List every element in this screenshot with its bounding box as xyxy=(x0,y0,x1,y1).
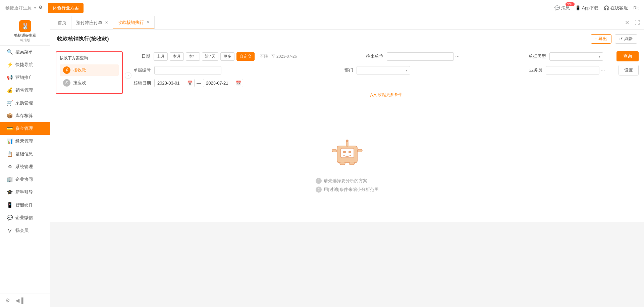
settings-button[interactable]: 设置 xyxy=(619,65,639,75)
logo-sub: 标准版 xyxy=(20,38,30,43)
settings-bottom-icon[interactable]: ⚙ xyxy=(5,297,10,304)
sidebar-item-marketing[interactable]: 📢 营销推广 xyxy=(0,71,50,84)
filter-form: 日期 上月 本月 本年 近7天 更多 自定义 不限 xyxy=(133,51,639,100)
sidebar-item-label: 智能硬件 xyxy=(15,202,33,208)
date-btn-thismonth[interactable]: 本月 xyxy=(170,52,184,61)
sidebar-logo: 🐰 畅捷通好生意 标准版 xyxy=(0,16,50,46)
salesman-more-icon[interactable]: ··· xyxy=(601,67,605,73)
tab-prepay[interactable]: 预付冲应付单 ✕ xyxy=(71,16,113,29)
svg-rect-4 xyxy=(346,142,348,146)
top-header: 畅捷通好生意 ▾ ⚙ 体验行业方案 💬 消息 99+ 📱 App下载 🎧 在线客… xyxy=(0,0,644,16)
sidebar-item-hardware[interactable]: 📱 智能硬件 xyxy=(0,199,50,211)
search-icon: 🔍 xyxy=(7,49,13,55)
filter-row-2: 单据编号 部门 ▾ 业务员 xyxy=(133,65,639,75)
message-icon: 💬 xyxy=(554,5,560,10)
date-btn-7days[interactable]: 近7天 xyxy=(202,52,218,61)
svg-rect-7 xyxy=(358,149,362,152)
main-layout: 🐰 畅捷通好生意 标准版 🔍 搜索菜单 ⚡ 快捷导航 📢 营销推广 💰 销售管理… xyxy=(0,16,644,307)
receipt-option-icon: ¥ xyxy=(63,66,70,74)
sidebar-item-operations[interactable]: 📊 经营管理 xyxy=(0,135,50,148)
user-name[interactable]: Rit xyxy=(633,5,639,10)
page-title-bar: 收款核销执行(按收款) ↑ 导出 ↺ 刷新 xyxy=(50,30,644,47)
empty-tips: 1 请先选择要分析的方案 2 用[过滤]条件来缩小分析范围 xyxy=(316,178,378,195)
sidebar-item-quicknav[interactable]: ⚡ 快捷导航 xyxy=(0,58,50,71)
refresh-icon: ↺ xyxy=(619,37,623,42)
sidebar-item-inventory[interactable]: 📦 库存核算 xyxy=(0,109,50,122)
filter-option-by-receivable[interactable]: ⏱ 按应收 xyxy=(60,77,119,89)
sidebar-item-label: 新手引导 xyxy=(15,189,33,195)
tab-home[interactable]: 首页 xyxy=(53,16,71,29)
sidebar-item-collab[interactable]: 🏢 企业协同 xyxy=(0,173,50,186)
empty-icon xyxy=(327,131,367,171)
dept-field-wrap: ▾ xyxy=(357,66,410,74)
collapse-up-icon: ⋀⋀ xyxy=(370,93,377,97)
sidebar-item-system[interactable]: ⚙ 系统管理 xyxy=(0,160,50,173)
writeoff-end-input[interactable] xyxy=(203,79,243,87)
tab-writeoff[interactable]: 收款核销执行 ✕ xyxy=(113,16,155,29)
member-icon: V xyxy=(7,228,13,234)
receipt-option-label: 按收款 xyxy=(73,67,86,73)
dept-select[interactable] xyxy=(357,66,410,74)
close-all-tabs-icon[interactable]: ✕ xyxy=(624,18,631,27)
page-content: 收款核销执行(按收款) ↑ 导出 ↺ 刷新 xyxy=(50,30,644,307)
refresh-button[interactable]: ↺ 刷新 xyxy=(615,34,637,44)
sidebar-item-label: 营销推广 xyxy=(15,74,33,81)
date-btn-custom[interactable]: 自定义 xyxy=(236,52,255,61)
content-area: 首页 预付冲应付单 ✕ 收款核销执行 ✕ ✕ ⛶ 收款核销执行(按收款) xyxy=(50,16,644,307)
brand-dropdown-icon[interactable]: ▾ xyxy=(34,6,36,10)
salesman-input[interactable] xyxy=(546,66,599,74)
sidebar-item-finance[interactable]: 💳 资金管理 xyxy=(0,122,50,135)
partner-more-icon[interactable]: ··· xyxy=(455,53,460,59)
filter-option-by-receipt[interactable]: ¥ 按收款 xyxy=(60,64,119,76)
filter-scheme-title: 按以下方案查询 xyxy=(60,55,119,61)
logo-text: 畅捷通好生意 xyxy=(14,33,36,38)
doc-type-select[interactable] xyxy=(549,52,603,61)
collapse-more-button[interactable]: ⋀⋀ 收起更多条件 xyxy=(133,90,639,100)
sidebar-item-search[interactable]: 🔍 搜索菜单 xyxy=(0,46,50,58)
sidebar-item-label: 经营管理 xyxy=(15,138,33,144)
sidebar-item-purchase[interactable]: 🛒 采购管理 xyxy=(0,97,50,109)
date-btn-lastmonth[interactable]: 上月 xyxy=(154,52,168,61)
app-icon: 📱 xyxy=(575,5,581,10)
sidebar-item-basicinfo[interactable]: 📋 基础信息 xyxy=(0,148,50,160)
date-btn-more[interactable]: 更多 xyxy=(220,52,234,61)
app-download-link[interactable]: 📱 App下载 xyxy=(575,5,598,11)
collapse-filter-arrow[interactable]: › xyxy=(125,72,131,79)
export-button[interactable]: ↑ 导出 xyxy=(591,34,612,44)
sidebar-item-guide[interactable]: 🎓 新手引导 xyxy=(0,186,50,199)
sidebar-item-label: 企业微信 xyxy=(15,215,33,221)
purchase-icon: 🛒 xyxy=(7,100,13,106)
query-button[interactable]: 查询 xyxy=(616,51,639,61)
guide-icon: 🎓 xyxy=(7,189,13,195)
partner-input[interactable] xyxy=(387,52,454,61)
message-link[interactable]: 💬 消息 99+ xyxy=(554,5,570,11)
settings-icon[interactable]: ⚙ xyxy=(39,5,45,11)
expand-tab-icon[interactable]: ⛶ xyxy=(633,18,641,27)
date-range-separator: — xyxy=(197,81,201,86)
sidebar-item-sales[interactable]: 💰 销售管理 xyxy=(0,84,50,97)
sidebar-item-member[interactable]: V 畅会员 xyxy=(0,224,50,237)
sidebar-item-label: 销售管理 xyxy=(15,87,33,93)
sidebar-item-label: 基础信息 xyxy=(15,151,33,157)
date-label: 日期 xyxy=(133,53,150,59)
filter-area: 按以下方案查询 ¥ 按收款 ⏱ 按应收 › xyxy=(50,47,644,104)
doc-no-input[interactable] xyxy=(154,66,221,74)
svg-rect-6 xyxy=(332,149,337,152)
inventory-icon: 📦 xyxy=(7,113,13,119)
tab-writeoff-close[interactable]: ✕ xyxy=(147,20,150,24)
solution-button[interactable]: 体验行业方案 xyxy=(48,3,84,13)
page-title: 收款核销执行(按收款) xyxy=(57,36,109,43)
tab-writeoff-label: 收款核销执行 xyxy=(118,19,144,25)
tip-text-1: 请先选择要分析的方案 xyxy=(324,178,367,184)
tab-prepay-close[interactable]: ✕ xyxy=(105,20,108,25)
partner-label: 往来单位 xyxy=(366,53,383,59)
doc-no-label: 单据编号 xyxy=(133,67,151,73)
date-to-text: 至 2023-07-26 xyxy=(271,54,297,59)
date-btn-thisyear[interactable]: 本年 xyxy=(186,52,200,61)
writeoff-start-input[interactable] xyxy=(154,79,195,87)
online-service-link[interactable]: 🎧 在线客服 xyxy=(604,5,628,11)
sidebar-item-wechat[interactable]: 💬 企业微信 xyxy=(0,211,50,224)
sidebar: 🐰 畅捷通好生意 标准版 🔍 搜索菜单 ⚡ 快捷导航 📢 营销推广 💰 销售管理… xyxy=(0,16,50,307)
date-nolimit-text: 不限 xyxy=(260,54,268,59)
collapse-sidebar-icon[interactable]: ◀▐ xyxy=(15,297,23,304)
